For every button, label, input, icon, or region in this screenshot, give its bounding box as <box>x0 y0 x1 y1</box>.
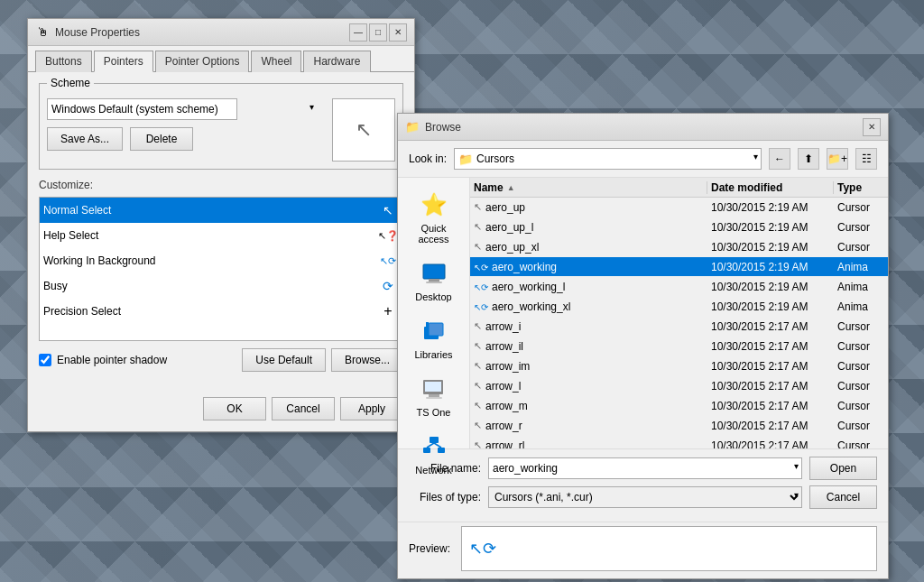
cursor-item-busy[interactable]: Busy ⟳ <box>40 273 402 299</box>
file-cell-name: ↖ arrow_l <box>470 380 707 393</box>
cursor-item-normal[interactable]: Normal Select ↖ <box>40 198 402 223</box>
file-row[interactable]: ↖ aero_up_xl 10/30/2015 2:19 AM Cursor <box>470 237 888 257</box>
browse-titlebar: 📁 Browse ✕ <box>398 114 888 141</box>
file-icon: ↖⟳ <box>474 282 488 292</box>
look-in-display[interactable]: 📁 Cursors <box>454 148 762 170</box>
file-row[interactable]: ↖ arrow_i 10/30/2015 2:17 AM Cursor <box>470 317 888 337</box>
file-cell-date: 10/30/2015 2:19 AM <box>707 300 834 313</box>
use-default-button[interactable]: Use Default <box>242 348 326 372</box>
preview-section: Preview: ↖⟳ <box>398 522 888 578</box>
cursor-item-working[interactable]: Working In Background ↖⟳ <box>40 248 402 273</box>
cursor-preview-icon: ↖ <box>356 118 372 142</box>
file-cell-name: ↖ arrow_im <box>470 360 707 373</box>
col-name[interactable]: Name ▲ <box>470 181 707 194</box>
file-row[interactable]: ↖ aero_up 10/30/2015 2:19 AM Cursor <box>470 198 888 217</box>
desktop-label: Desktop <box>415 291 451 302</box>
filetype-select[interactable]: Cursors (*.ani, *.cur) <box>488 486 802 508</box>
file-row[interactable]: ↖⟳ aero_working_l 10/30/2015 2:19 AM Ani… <box>470 277 888 297</box>
shadow-checkbox[interactable] <box>39 354 51 366</box>
file-cell-name: ↖ arrow_i <box>470 320 707 333</box>
file-row[interactable]: ↖ aero_up_l 10/30/2015 2:19 AM Cursor <box>470 217 888 237</box>
filename-row: File name: Open <box>409 457 877 480</box>
ok-button[interactable]: OK <box>203 397 266 420</box>
cursor-item-help[interactable]: Help Select ↖❓ <box>40 223 402 248</box>
look-in-wrapper: 📁 Cursors <box>454 148 762 170</box>
preview-box: ↖⟳ <box>461 526 877 571</box>
file-cell-type: Cursor <box>834 400 888 412</box>
apply-button[interactable]: Apply <box>340 397 403 420</box>
tab-pointer-options[interactable]: Pointer Options <box>155 51 250 72</box>
delete-button[interactable]: Delete <box>130 127 193 151</box>
nav-quick-access[interactable]: ⭐ Quick access <box>402 185 467 250</box>
file-cell-date: 10/30/2015 2:17 AM <box>707 380 834 393</box>
browse-bottom: File name: Open Files of type: Cursors (… <box>398 448 888 522</box>
scheme-actions: Save As... Delete <box>47 127 318 151</box>
file-icon: ↖ <box>474 340 482 352</box>
file-list[interactable]: ↖ aero_up 10/30/2015 2:19 AM Cursor ↖ ae… <box>470 198 888 448</box>
col-type[interactable]: Type <box>834 181 888 194</box>
back-button[interactable]: ← <box>769 148 790 170</box>
scheme-group: Scheme Windows Default (system scheme) S… <box>39 83 403 170</box>
cursor-preview: ↖ <box>332 98 395 162</box>
browse-cancel-button[interactable]: Cancel <box>809 485 877 509</box>
file-cell-name: ↖ aero_up_l <box>470 221 707 234</box>
dialog-content: Scheme Windows Default (system scheme) S… <box>28 72 414 390</box>
file-cell-name: ↖⟳ aero_working <box>470 261 707 273</box>
svg-rect-8 <box>429 394 439 397</box>
minimize-button[interactable]: — <box>349 23 367 42</box>
file-cell-date: 10/30/2015 2:19 AM <box>707 221 834 234</box>
file-cell-name: ↖ arrow_il <box>470 340 707 353</box>
new-folder-button[interactable]: 📁+ <box>827 148 848 170</box>
file-row[interactable]: ↖ arrow_l 10/30/2015 2:17 AM Cursor <box>470 376 888 396</box>
file-row[interactable]: ↖ arrow_r 10/30/2015 2:17 AM Cursor <box>470 416 888 436</box>
file-row[interactable]: ↖ arrow_il 10/30/2015 2:17 AM Cursor <box>470 337 888 356</box>
customize-label: Customize: <box>39 179 403 191</box>
nav-libraries[interactable]: Libraries <box>402 311 467 365</box>
svg-rect-0 <box>423 264 445 279</box>
svg-rect-9 <box>426 397 442 399</box>
browse-button[interactable]: Browse... <box>331 348 403 372</box>
file-cell-type: Cursor <box>834 221 888 234</box>
file-row[interactable]: ↖ arrow_m 10/30/2015 2:17 AM Cursor <box>470 396 888 416</box>
file-row[interactable]: ↖ arrow_im 10/30/2015 2:17 AM Cursor <box>470 356 888 376</box>
view-button[interactable]: ☷ <box>855 148 877 170</box>
ts-label: TS One <box>417 407 451 418</box>
scheme-dropdown[interactable]: Windows Default (system scheme) <box>47 98 237 120</box>
file-cell-name: ↖ aero_up_xl <box>470 241 707 254</box>
svg-rect-11 <box>423 448 430 453</box>
svg-rect-4 <box>429 323 443 336</box>
tab-wheel[interactable]: Wheel <box>251 51 301 72</box>
file-row[interactable]: ↖⟳ aero_working_xl 10/30/2015 2:19 AM An… <box>470 297 888 317</box>
nav-desktop[interactable]: Desktop <box>402 254 467 308</box>
cursor-working-icon: ↖⟳ <box>377 255 399 267</box>
col-date[interactable]: Date modified <box>707 181 834 194</box>
file-row[interactable]: ↖ arrow_rl 10/30/2015 2:17 AM Cursor <box>470 436 888 448</box>
tab-hardware[interactable]: Hardware <box>303 51 370 72</box>
file-row[interactable]: ↖⟳ aero_working 10/30/2015 2:19 AM Anima <box>470 257 888 277</box>
tab-pointers[interactable]: Pointers <box>94 51 153 72</box>
libraries-label: Libraries <box>414 349 452 360</box>
file-cell-date: 10/30/2015 2:17 AM <box>707 360 834 373</box>
filename-input[interactable] <box>488 457 802 479</box>
svg-rect-1 <box>429 279 439 282</box>
file-cell-date: 10/30/2015 2:17 AM <box>707 420 834 432</box>
folder-up-button[interactable]: ⬆ <box>798 148 819 170</box>
cursor-item-precision[interactable]: Precision Select + <box>40 299 402 324</box>
file-cell-name: ↖ arrow_r <box>470 420 707 432</box>
filename-wrapper <box>488 457 802 479</box>
nav-ts-one[interactable]: TS One <box>402 369 467 423</box>
file-cell-type: Cursor <box>834 340 888 353</box>
cancel-button[interactable]: Cancel <box>272 397 335 420</box>
ts-icon <box>420 374 448 403</box>
desktop-icon <box>420 259 448 288</box>
maximize-button[interactable]: □ <box>369 23 387 42</box>
cursor-list[interactable]: Normal Select ↖ Help Select ↖❓ Working I… <box>39 197 403 341</box>
close-button[interactable]: ✕ <box>389 23 407 42</box>
cursor-busy-icon: ⟳ <box>377 279 399 293</box>
save-as-button[interactable]: Save As... <box>47 127 123 151</box>
tab-buttons[interactable]: Buttons <box>35 51 92 72</box>
file-icon: ↖ <box>474 439 482 448</box>
open-button[interactable]: Open <box>809 457 877 480</box>
browse-close-button[interactable]: ✕ <box>863 118 881 136</box>
file-cell-type: Cursor <box>834 360 888 373</box>
